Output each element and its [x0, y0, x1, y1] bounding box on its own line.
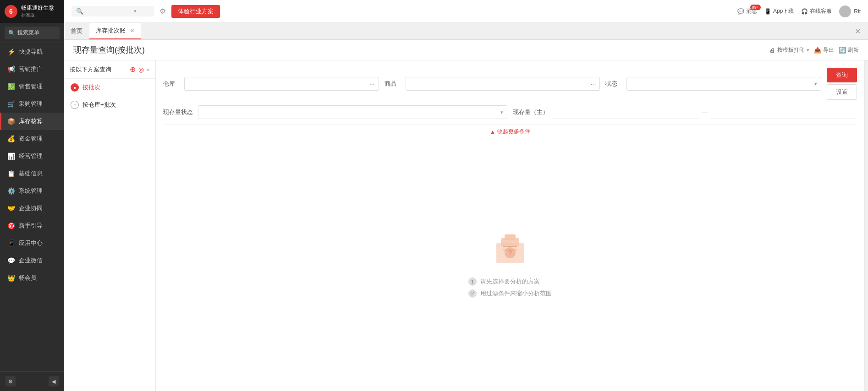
left-panel-actions: ⊕ ◎ «	[130, 65, 150, 74]
finance-icon: 💰	[7, 135, 15, 143]
sidebar-item-quick-nav[interactable]: ⚡ 快捷导航	[0, 43, 64, 60]
inventory-qty-range: —	[552, 105, 857, 119]
user-menu[interactable]: Rit	[839, 5, 861, 17]
plan-label-by-batch: 按批次	[82, 83, 100, 92]
filter-row-2: 现存量状态 ▾ 现存量（主） —	[163, 105, 857, 119]
inventory-qty-max-input[interactable]	[710, 105, 857, 119]
sidebar-item-newbie[interactable]: 🎯 新手引导	[0, 217, 64, 234]
inventory-qty-min-input[interactable]	[552, 105, 699, 119]
messages-badge: 99+	[750, 5, 761, 10]
add-plan-icon[interactable]: ⊕	[130, 65, 136, 74]
newbie-icon: 🎯	[7, 222, 15, 230]
basic-info-icon: 📋	[7, 169, 15, 178]
empty-tip-2: 2 用过滤条件来缩小分析范围	[468, 289, 552, 298]
sales-icon: 💹	[7, 82, 15, 91]
status-select[interactable]: ▾	[626, 77, 821, 91]
product-dots-icon: ···	[591, 80, 596, 87]
close-tab-main-button[interactable]: ✕	[855, 27, 861, 36]
warehouse-dots-icon: ···	[369, 80, 375, 87]
app-download-button[interactable]: 📱 App下载	[764, 7, 794, 15]
plan-item-by-warehouse-batch[interactable]: ○ 按仓库+批次	[64, 96, 155, 114]
settings-plan-icon[interactable]: ◎	[138, 66, 144, 73]
export-button[interactable]: 📤 导出	[814, 46, 834, 54]
topbar-chevron-icon[interactable]: ▾	[134, 8, 137, 14]
plan-active-icon: ●	[71, 83, 79, 92]
right-main: 仓库 ··· 商品 ···	[156, 60, 864, 391]
collapse-label: 收起更多条件	[497, 128, 530, 136]
sidebar-footer: ⚙ ◀	[0, 371, 64, 391]
content-body: 按以下方案查询 ⊕ ◎ « ● 按批次 ○ 按仓库+批次	[64, 60, 868, 391]
sidebar-item-member[interactable]: 👑 畅会员	[0, 269, 64, 287]
empty-tip-1: 1 请先选择要分析的方案	[468, 277, 552, 286]
home-tab-label: 首页	[71, 27, 82, 35]
print-icon: 🖨	[769, 47, 775, 54]
sidebar-item-finance[interactable]: 💰 资金管理	[0, 130, 64, 147]
inventory-icon: 📦	[7, 117, 15, 125]
filter-inventory-status: 现存量状态 ▾	[163, 105, 507, 119]
filter-status: 状态 ▾	[605, 77, 821, 91]
headset-icon: 🎧	[801, 8, 808, 15]
sidebar-item-label: 采购管理	[19, 100, 43, 108]
collapse-sidebar-button[interactable]: ◀	[49, 376, 59, 386]
collapse-more-conditions[interactable]: ▲ 收起更多条件	[163, 125, 857, 138]
member-icon: 👑	[7, 274, 15, 282]
sidebar-item-operations[interactable]: 📊 经营管理	[0, 147, 64, 165]
query-button[interactable]: 查询	[827, 68, 857, 82]
filter-section: 仓库 ··· 商品 ···	[163, 68, 857, 138]
sidebar-item-enterprise[interactable]: 🤝 企业协同	[0, 200, 64, 217]
sidebar-item-system[interactable]: ⚙️ 系统管理	[0, 182, 64, 200]
right-scrollbar[interactable]	[864, 60, 868, 391]
plan-item-by-batch[interactable]: ● 按批次	[64, 79, 155, 96]
tip-1-number: 1	[468, 277, 477, 286]
warehouse-input[interactable]: ···	[184, 77, 379, 91]
topbar-search-area[interactable]: 🔍 ▾	[71, 6, 154, 16]
page-title: 现存量查询(按批次)	[73, 44, 145, 55]
export-label: 导出	[823, 46, 834, 54]
left-panel-header: 按以下方案查询 ⊕ ◎ «	[64, 60, 155, 79]
sidebar-item-inventory[interactable]: 📦 库存核算	[0, 113, 64, 130]
online-service-button[interactable]: 🎧 在线客服	[801, 7, 832, 15]
system-icon: ⚙️	[7, 187, 15, 195]
sidebar-item-label: 畅会员	[19, 274, 37, 282]
tab-inventory-batch[interactable]: 库存批次账 ✕	[89, 23, 141, 39]
settings-button[interactable]: 设置	[827, 84, 857, 100]
purchase-icon: 🛒	[7, 100, 15, 108]
wechat-icon: 💬	[7, 256, 15, 265]
collapse-left-panel-icon[interactable]: «	[147, 66, 150, 73]
app-download-label: App下载	[773, 7, 794, 15]
search-menu-button[interactable]: 🔍 搜索菜单	[5, 27, 60, 39]
topbar-gear-icon[interactable]: ⚙	[159, 7, 166, 16]
empty-tips: 1 请先选择要分析的方案 2 用过滤条件来缩小分析范围	[468, 277, 552, 298]
filter-warehouse: 仓库 ···	[163, 77, 379, 91]
sidebar-item-label: 销售管理	[19, 82, 43, 91]
sidebar-header: 6 畅康通好生意 标准版	[0, 0, 64, 23]
sidebar-item-app-center[interactable]: 📱 应用中心	[0, 234, 64, 252]
topbar-actions: 💬 消息 99+ 📱 App下载 🎧 在线客服 Rit	[737, 5, 861, 17]
tab-close-icon[interactable]: ✕	[130, 28, 134, 34]
filter-inventory-qty: 现存量（主） —	[513, 105, 857, 119]
experience-btn[interactable]: 体验行业方案	[171, 5, 220, 18]
export-icon: 📤	[814, 47, 821, 54]
sidebar-item-sales[interactable]: 💹 销售管理	[0, 78, 64, 95]
sidebar-item-marketing[interactable]: 📢 营销推广	[0, 60, 64, 78]
print-template-button[interactable]: 🖨 按模板打印 ▾	[769, 46, 809, 54]
tab-home[interactable]: 首页	[64, 23, 89, 39]
settings-footer-button[interactable]: ⚙	[5, 376, 16, 386]
sidebar-item-basic-info[interactable]: 📋 基础信息	[0, 165, 64, 182]
refresh-button[interactable]: 🔄 刷新	[839, 46, 859, 54]
warehouse-label: 仓库	[163, 80, 181, 88]
sidebar-search-area[interactable]: 🔍 搜索菜单	[0, 23, 64, 43]
empty-state: ? 1 请先选择要分析的方案 2 用过滤条件来缩小分析范围	[163, 138, 857, 384]
product-input[interactable]: ···	[406, 77, 600, 91]
tabs-container: 首页 库存批次账 ✕ ✕	[64, 23, 868, 39]
inventory-status-select[interactable]: ▾	[198, 105, 507, 119]
sidebar-item-purchase[interactable]: 🛒 采购管理	[0, 95, 64, 113]
topbar-search-input[interactable]	[86, 8, 132, 15]
sidebar-item-label: 系统管理	[19, 187, 43, 195]
avatar	[839, 5, 851, 17]
print-chevron-icon: ▾	[807, 47, 809, 53]
app-subtitle: 标准版	[21, 12, 54, 18]
svg-rect-2	[505, 234, 516, 240]
sidebar-item-wechat[interactable]: 💬 企业微信	[0, 252, 64, 269]
messages-button[interactable]: 💬 消息 99+	[737, 7, 757, 15]
